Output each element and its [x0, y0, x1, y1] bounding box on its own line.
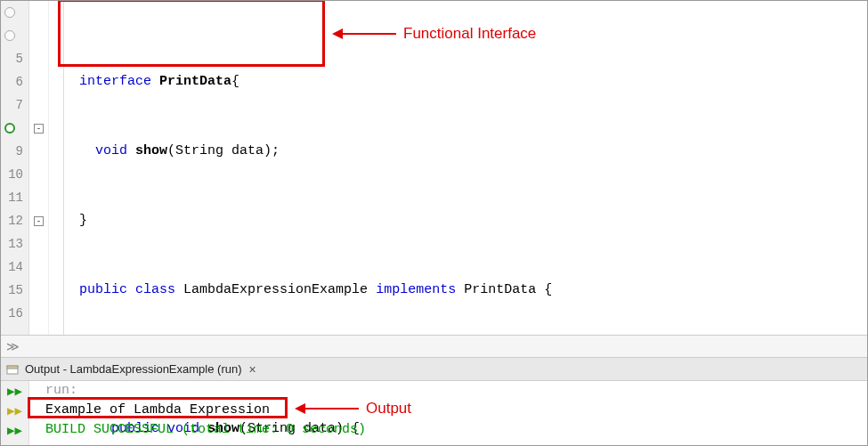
rerun-icon[interactable]: ▶▶ — [7, 403, 22, 418]
line-number: 16 — [1, 302, 23, 325]
line-number: 7 — [1, 93, 23, 117]
line-number: 6 — [1, 70, 23, 93]
svg-rect-1 — [7, 366, 18, 369]
line-number: 5 — [1, 47, 23, 70]
fold-toggle-icon[interactable]: - — [34, 124, 44, 134]
line-number: 14 — [1, 255, 23, 279]
fold-gutter: - - — [29, 1, 49, 335]
line-number: 15 — [1, 279, 23, 302]
line-number-gutter: 5 6 7 9 10 11 12 13 14 15 16 — [1, 1, 29, 335]
run-icon[interactable]: ▶▶ — [7, 384, 22, 399]
line-number: 12 — [1, 209, 23, 232]
line-number: 11 — [1, 186, 23, 209]
code-editor: 5 6 7 9 10 11 12 13 14 15 16 - - interfa… — [1, 1, 867, 335]
line-number: 13 — [1, 232, 23, 255]
line-number: 9 — [1, 140, 23, 163]
arrow-icon — [296, 408, 359, 410]
highlight-box-interface — [58, 0, 325, 67]
code-line: public class LambdaExpressionExample imp… — [63, 279, 867, 302]
chevron-icon: ≫ — [6, 339, 20, 354]
hint-icon[interactable] — [3, 5, 17, 20]
annotation-functional-interface: Functional Interface — [334, 22, 536, 45]
output-line: Example of Lambda Expression — [45, 401, 867, 420]
run-icon[interactable]: ▶▶ — [7, 423, 22, 438]
output-icon — [6, 363, 20, 376]
output-gutter: ▶▶ ▶▶ ▶▶ — [1, 381, 29, 446]
code-content[interactable]: interface PrintData{ void show(String da… — [49, 1, 867, 335]
output-line: run: — [45, 381, 867, 401]
override-icon[interactable] — [3, 121, 17, 135]
output-content[interactable]: run: Example of Lambda Expression BUILD … — [29, 381, 867, 446]
arrow-icon — [334, 33, 396, 35]
hint-icon[interactable] — [3, 28, 17, 43]
annotation-output: Output — [296, 399, 411, 418]
code-line — [63, 348, 867, 371]
line-number: 10 — [1, 163, 23, 186]
output-panel: ▶▶ ▶▶ ▶▶ run: Example of Lambda Expressi… — [1, 381, 867, 446]
code-line: void show(String data); — [63, 140, 867, 163]
code-line: interface PrintData{ — [63, 70, 867, 93]
fold-toggle-icon[interactable]: - — [34, 216, 44, 226]
code-line: } — [63, 209, 867, 232]
output-line: BUILD SUCCESSFUL (total time: 0 seconds) — [45, 420, 867, 440]
